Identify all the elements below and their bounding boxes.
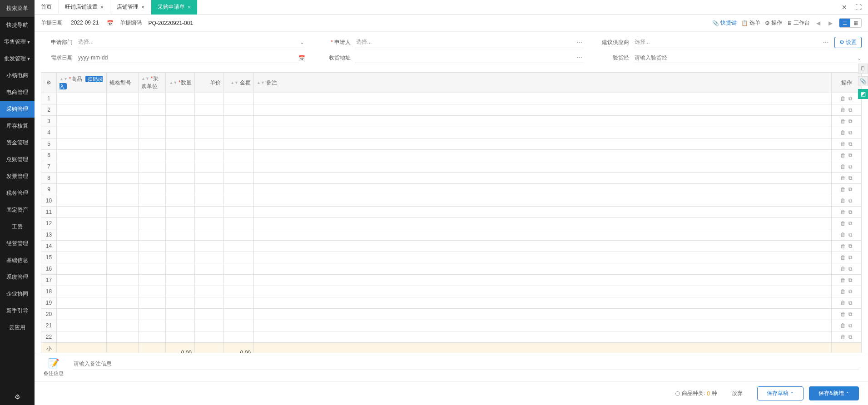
delete-row-icon[interactable]: 🗑: [840, 277, 846, 283]
copy-row-icon[interactable]: ⧉: [848, 118, 853, 124]
delete-row-icon[interactable]: 🗑: [840, 254, 846, 261]
copy-row-icon[interactable]: ⧉: [848, 220, 853, 227]
sidebar-item-0[interactable]: 搜索菜单: [0, 0, 35, 17]
inspector-input[interactable]: [634, 53, 857, 63]
delete-row-icon[interactable]: 🗑: [840, 107, 846, 113]
sidebar-item-17[interactable]: 企业协同: [0, 286, 35, 302]
table-row[interactable]: 14🗑⧉: [41, 241, 862, 252]
table-row[interactable]: 10🗑⧉: [41, 195, 862, 207]
shortcut-link[interactable]: 📎 快捷键: [712, 19, 737, 27]
table-row[interactable]: 2🗑⧉: [41, 104, 862, 116]
settings-button[interactable]: ⚙ 设置: [834, 37, 862, 48]
delete-row-icon[interactable]: 🗑: [840, 300, 846, 306]
workbench-link[interactable]: 🖥 工作台: [787, 19, 810, 27]
sidebar-item-14[interactable]: 经营管理: [0, 235, 35, 252]
copy-row-icon[interactable]: ⧉: [848, 243, 853, 249]
table-row[interactable]: 18🗑⧉: [41, 286, 862, 297]
rail-stamp-icon[interactable]: ◩: [858, 89, 868, 99]
view-list-icon[interactable]: ☰: [839, 19, 850, 27]
sidebar-item-15[interactable]: 基础信息: [0, 252, 35, 269]
delete-row-icon[interactable]: 🗑: [840, 129, 846, 136]
table-row[interactable]: 9🗑⧉: [41, 184, 862, 195]
delete-row-icon[interactable]: 🗑: [840, 334, 846, 340]
table-row[interactable]: 13🗑⧉: [41, 229, 862, 241]
table-row[interactable]: 5🗑⧉: [41, 138, 862, 150]
calendar-icon[interactable]: 📅: [298, 55, 305, 61]
delete-row-icon[interactable]: 🗑: [840, 232, 846, 238]
sidebar-item-16[interactable]: 系统管理: [0, 269, 35, 286]
delete-row-icon[interactable]: 🗑: [840, 198, 846, 204]
sidebar-item-10[interactable]: 发票管理: [0, 168, 35, 185]
sidebar-item-3[interactable]: 批发管理▼: [0, 50, 35, 67]
copy-row-icon[interactable]: ⧉: [848, 107, 853, 113]
table-row[interactable]: 21🗑⧉: [41, 320, 862, 331]
copy-row-icon[interactable]: ⧉: [848, 311, 853, 317]
table-row[interactable]: 15🗑⧉: [41, 252, 862, 263]
copy-row-icon[interactable]: ⧉: [848, 95, 853, 102]
table-row[interactable]: 19🗑⧉: [41, 297, 862, 309]
view-grid-icon[interactable]: ▦: [850, 19, 861, 27]
table-row[interactable]: 4🗑⧉: [41, 127, 862, 138]
delete-row-icon[interactable]: 🗑: [840, 95, 846, 102]
copy-row-icon[interactable]: ⧉: [848, 141, 853, 147]
sidebar-item-4[interactable]: 小畅电商: [0, 67, 35, 84]
delete-row-icon[interactable]: 🗑: [840, 266, 846, 272]
copy-row-icon[interactable]: ⧉: [848, 152, 853, 158]
copy-row-icon[interactable]: ⧉: [848, 288, 853, 295]
table-row[interactable]: 8🗑⧉: [41, 173, 862, 184]
operate-link[interactable]: ⚙ 操作: [765, 19, 782, 27]
sidebar-item-19[interactable]: 云应用: [0, 319, 35, 336]
sidebar-item-8[interactable]: 资金管理: [0, 134, 35, 151]
copy-row-icon[interactable]: ⧉: [848, 129, 853, 136]
table-row[interactable]: 11🗑⧉: [41, 207, 862, 218]
copy-row-icon[interactable]: ⧉: [848, 186, 853, 193]
more-dots-icon[interactable]: ···: [577, 54, 583, 61]
copy-row-icon[interactable]: ⧉: [848, 322, 853, 329]
delete-row-icon[interactable]: 🗑: [840, 322, 846, 329]
tab-1[interactable]: 旺铺店铺设置×: [59, 0, 110, 15]
settings-gear-icon[interactable]: ⚙: [15, 393, 20, 400]
more-dots-icon[interactable]: ···: [823, 39, 829, 45]
rail-attach-icon[interactable]: 📎: [858, 76, 868, 86]
dept-select[interactable]: 选择... ⌄: [77, 36, 305, 48]
radio-icon[interactable]: [675, 391, 680, 396]
next-arrow-icon[interactable]: ▶: [827, 20, 834, 26]
delete-row-icon[interactable]: 🗑: [840, 175, 846, 181]
column-settings-icon[interactable]: ⚙: [41, 73, 57, 93]
prev-arrow-icon[interactable]: ◀: [814, 20, 822, 26]
table-row[interactable]: 1🗑⧉: [41, 93, 862, 104]
doc-date-value[interactable]: 2022-09-21: [69, 19, 100, 27]
tab-3[interactable]: 采购申请单×: [151, 0, 198, 15]
select-order-link[interactable]: 📋 选单: [741, 19, 760, 27]
sidebar-item-13[interactable]: 工资: [0, 218, 35, 235]
sidebar-item-5[interactable]: 电商管理: [0, 84, 35, 101]
close-window-icon[interactable]: ✕: [839, 4, 850, 11]
ship-addr-select[interactable]: ···: [355, 53, 583, 63]
sidebar-item-18[interactable]: 新手引导: [0, 302, 35, 319]
copy-row-icon[interactable]: ⧉: [848, 334, 853, 340]
sidebar-item-6[interactable]: 采购管理: [0, 101, 35, 118]
copy-row-icon[interactable]: ⧉: [848, 209, 853, 215]
col-spec[interactable]: 规格型号: [107, 73, 139, 93]
sidebar-item-11[interactable]: 税务管理: [0, 185, 35, 202]
table-row[interactable]: 7🗑⧉: [41, 161, 862, 173]
abandon-button[interactable]: 放弃: [723, 387, 752, 400]
col-product[interactable]: ▲▼*商品 扫码录入: [57, 73, 107, 93]
delete-row-icon[interactable]: 🗑: [840, 186, 846, 193]
save-new-button[interactable]: 保存&新增⌃: [809, 386, 859, 400]
copy-row-icon[interactable]: ⧉: [848, 163, 853, 170]
copy-row-icon[interactable]: ⧉: [848, 232, 853, 238]
copy-row-icon[interactable]: ⧉: [848, 254, 853, 261]
delete-row-icon[interactable]: 🗑: [840, 152, 846, 158]
sidebar-item-2[interactable]: 零售管理▼: [0, 34, 35, 50]
table-row[interactable]: 20🗑⧉: [41, 309, 862, 320]
delete-row-icon[interactable]: 🗑: [840, 288, 846, 295]
supplier-select[interactable]: 选择... ···: [634, 36, 830, 48]
sidebar-item-9[interactable]: 总账管理: [0, 151, 35, 168]
col-unit[interactable]: ▲▼*采购单位: [139, 73, 166, 93]
table-row[interactable]: 17🗑⧉: [41, 275, 862, 286]
col-remark[interactable]: ▲▼备注: [254, 73, 832, 93]
copy-row-icon[interactable]: ⧉: [848, 175, 853, 181]
sidebar-item-12[interactable]: 固定资产: [0, 202, 35, 218]
delete-row-icon[interactable]: 🗑: [840, 118, 846, 124]
